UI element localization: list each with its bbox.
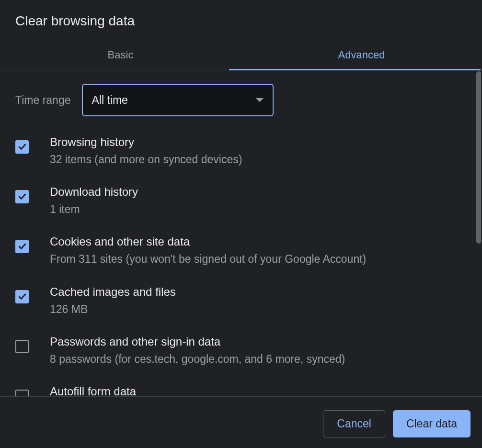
button-bar: Cancel Clear data	[0, 396, 482, 448]
option-title: Browsing history	[50, 135, 467, 149]
time-range-value: All time	[92, 94, 255, 107]
cancel-button[interactable]: Cancel	[323, 410, 385, 437]
option-text: Passwords and other sign-in data 8 passw…	[50, 335, 467, 367]
time-range-row: Time range All time	[15, 84, 467, 116]
tab-basic[interactable]: Basic	[0, 40, 241, 70]
option-passwords: Passwords and other sign-in data 8 passw…	[15, 335, 467, 367]
tabs-bar: Basic Advanced	[0, 40, 482, 70]
option-subtitle: 32 items (and more on synced devices)	[50, 152, 467, 167]
option-cookies: Cookies and other site data From 311 sit…	[15, 235, 467, 267]
option-subtitle: 8 passwords (for ces.tech, google.com, a…	[50, 351, 467, 367]
option-title: Autofill form data	[50, 385, 467, 396]
option-title: Cookies and other site data	[50, 235, 467, 248]
checkmark-icon	[17, 242, 27, 251]
option-subtitle: 126 MB	[50, 302, 467, 317]
option-text: Cookies and other site data From 311 sit…	[50, 235, 467, 267]
options-list: Browsing history 32 items (and more on s…	[15, 135, 467, 396]
checkbox-browsing-history[interactable]	[15, 140, 29, 154]
option-title: Cached images and files	[50, 285, 467, 299]
clear-browsing-data-dialog: Clear browsing data Basic Advanced Time …	[0, 0, 482, 448]
option-text: Autofill form data	[50, 385, 467, 396]
checkmark-icon	[17, 142, 27, 152]
option-text: Browsing history 32 items (and more on s…	[50, 135, 467, 167]
option-subtitle: From 311 sites (you won't be signed out …	[50, 251, 467, 267]
scrollbar-thumb[interactable]	[476, 71, 481, 244]
checkmark-icon	[17, 192, 27, 202]
checkmark-icon	[17, 292, 27, 302]
option-subtitle: 1 item	[50, 202, 467, 217]
checkbox-autofill[interactable]	[15, 390, 29, 396]
chevron-down-icon	[255, 98, 264, 102]
option-text: Download history 1 item	[50, 185, 467, 217]
time-range-label: Time range	[15, 94, 70, 107]
clear-data-button[interactable]: Clear data	[393, 410, 471, 437]
option-autofill: Autofill form data	[15, 385, 467, 396]
content-area: Time range All time Browsing history 32 …	[0, 70, 482, 396]
option-title: Download history	[50, 185, 467, 199]
option-title: Passwords and other sign-in data	[50, 335, 467, 348]
time-range-select[interactable]: All time	[82, 84, 274, 116]
checkbox-cookies[interactable]	[15, 240, 29, 253]
option-text: Cached images and files 126 MB	[50, 285, 467, 317]
checkbox-download-history[interactable]	[15, 190, 29, 203]
option-cached: Cached images and files 126 MB	[15, 285, 467, 317]
checkbox-cached[interactable]	[15, 290, 29, 303]
tab-advanced[interactable]: Advanced	[241, 40, 482, 70]
option-browsing-history: Browsing history 32 items (and more on s…	[15, 135, 467, 167]
checkbox-passwords[interactable]	[15, 340, 29, 353]
dialog-title: Clear browsing data	[0, 0, 482, 40]
option-download-history: Download history 1 item	[15, 185, 467, 217]
